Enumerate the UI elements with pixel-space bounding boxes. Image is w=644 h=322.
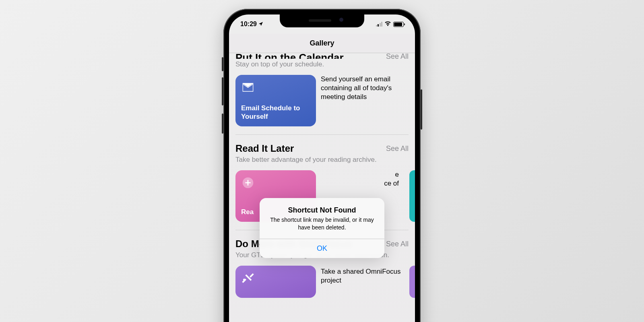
wifi-icon xyxy=(384,21,391,28)
status-time: 10:29 xyxy=(240,21,257,28)
device-notch xyxy=(280,14,364,27)
screen: 10:29 Gallery Put It on the Calendar See… xyxy=(229,14,415,322)
page-title: Gallery xyxy=(310,39,334,47)
battery-icon xyxy=(393,22,404,27)
alert-ok-button[interactable]: OK xyxy=(260,239,384,258)
see-all-link[interactable]: See All xyxy=(386,53,409,59)
cellular-signal-icon xyxy=(376,22,383,27)
plus-circle-icon xyxy=(241,176,255,190)
shortcut-card-email-schedule[interactable]: Email Schedule to Yourself xyxy=(235,75,316,126)
envelope-icon xyxy=(241,80,255,94)
shortcut-card-description: Take a shared OmniFocus project xyxy=(321,266,409,298)
shortcut-card-omnifocus[interactable] xyxy=(235,266,316,298)
shortcut-card-title: Email Schedule to Yourself xyxy=(241,104,310,121)
alert-title: Shortcut Not Found xyxy=(267,206,377,215)
see-all-link[interactable]: See All xyxy=(386,144,409,153)
tools-icon xyxy=(241,271,255,285)
shortcut-card-description: Send yourself an email containing all of… xyxy=(321,75,409,126)
alert-message: The shortcut link may be invalid, or it … xyxy=(267,216,377,231)
alert-dialog: Shortcut Not Found The shortcut link may… xyxy=(260,198,384,258)
phone-device-frame: 10:29 Gallery Put It on the Calendar See… xyxy=(223,9,421,322)
navigation-bar: Gallery xyxy=(229,34,415,53)
section-title-calendar: Put It on the Calendar xyxy=(235,53,344,59)
location-arrow-icon xyxy=(258,21,263,28)
section-subtitle: Take better advantage of your reading ar… xyxy=(235,156,409,164)
section-title-read-later: Read It Later xyxy=(235,143,294,154)
shortcut-card-peek[interactable] xyxy=(409,266,415,298)
shortcut-card-description: e ce of xyxy=(321,170,401,188)
see-all-link[interactable]: See All xyxy=(386,240,409,248)
gallery-content[interactable]: Put It on the Calendar See All Stay on t… xyxy=(229,53,415,322)
section-subtitle: Stay on top of your schedule. xyxy=(235,60,409,68)
shortcut-card-peek[interactable] xyxy=(409,170,415,222)
